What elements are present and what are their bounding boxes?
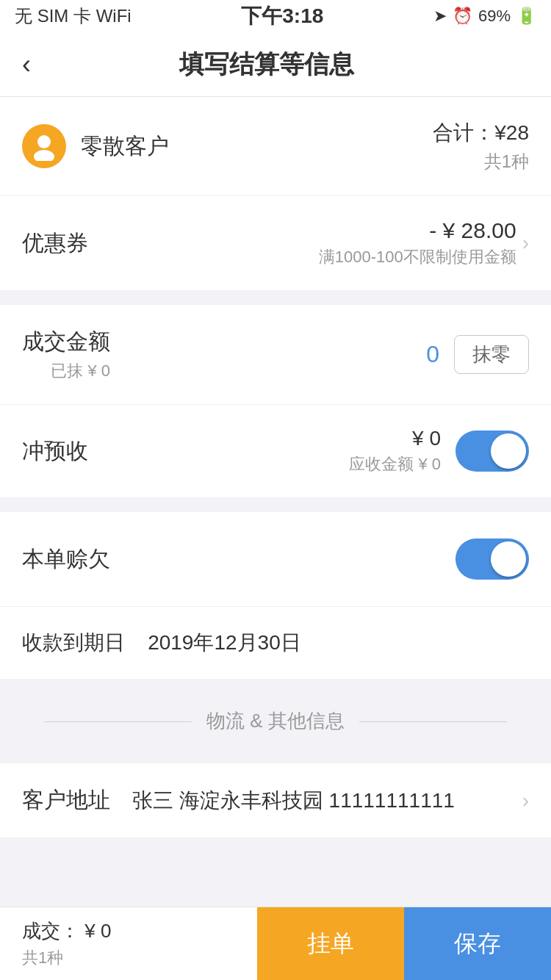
address-label: 客户地址 xyxy=(22,785,110,815)
nav-bar: ‹ 填写结算等信息 xyxy=(0,32,551,97)
status-right: ➤ ⏰ 69% 🔋 xyxy=(433,7,536,26)
sim-wifi-label: 无 SIM 卡 WiFi xyxy=(15,4,132,28)
coupon-desc: 满1000-100不限制使用金额 xyxy=(319,246,516,268)
bottom-info: 成交： ¥ 0 共1种 xyxy=(0,918,257,969)
debt-section: 本单赊欠 收款到期日 2019年12月30日 xyxy=(0,512,551,679)
logistics-header: 物流 & 其他信息 xyxy=(0,693,551,749)
address-chevron-icon: › xyxy=(522,789,529,813)
back-button[interactable]: ‹ xyxy=(22,49,31,80)
debt-row: 本单赊欠 xyxy=(0,512,551,606)
status-left: 无 SIM 卡 WiFi xyxy=(15,4,132,28)
bottom-deal: 成交： ¥ 0 xyxy=(22,918,235,944)
prepay-right: ¥ 0 应收金额 ¥ 0 xyxy=(349,427,529,475)
avatar xyxy=(22,124,66,168)
save-button[interactable]: 保存 xyxy=(404,907,551,981)
main-content: 零散客户 合计：¥28 共1种 优惠券 - ¥ 28.00 满1000-100不… xyxy=(0,97,551,911)
total-amount: 合计：¥28 xyxy=(433,119,529,147)
nav-title: 填写结算等信息 xyxy=(46,48,488,82)
due-date-label: 收款到期日 2019年12月30日 xyxy=(22,631,301,654)
transaction-left: 成交金额 已抹 ¥ 0 xyxy=(22,327,110,382)
transaction-row: 成交金额 已抹 ¥ 0 0 抹零 xyxy=(0,305,551,405)
transaction-value-wrap: 0 xyxy=(426,341,439,368)
debt-label: 本单赊欠 xyxy=(22,544,110,574)
logistics-label-wrap: 物流 & 其他信息 xyxy=(192,708,359,734)
coupon-right: - ¥ 28.00 满1000-100不限制使用金额 › xyxy=(319,218,529,268)
debt-toggle-knob xyxy=(491,541,526,577)
status-time: 下午3:18 xyxy=(241,2,323,30)
alarm-icon: ⏰ xyxy=(453,7,472,26)
round-off-button[interactable]: 抹零 xyxy=(454,335,529,374)
debt-toggle[interactable] xyxy=(455,538,529,580)
bottom-deal-amount: ¥ 0 xyxy=(84,920,111,942)
prepay-label: 冲预收 xyxy=(22,436,88,466)
due-date-key: 收款到期日 xyxy=(22,631,125,654)
address-row[interactable]: 客户地址 张三 海淀永丰科技园 11111111111 › xyxy=(0,763,551,837)
coupon-amount: - ¥ 28.00 xyxy=(319,218,516,243)
due-date-value: 2019年12月30日 xyxy=(148,631,301,654)
bottom-count: 共1种 xyxy=(22,947,235,969)
transaction-right: 0 抹零 xyxy=(426,335,529,374)
svg-point-1 xyxy=(34,150,54,161)
toggle-knob xyxy=(491,433,526,469)
prepay-toggle[interactable] xyxy=(455,430,529,472)
transaction-label: 成交金额 xyxy=(22,329,110,353)
chevron-right-icon: › xyxy=(522,231,529,255)
status-bar: 无 SIM 卡 WiFi 下午3:18 ➤ ⏰ 69% 🔋 xyxy=(0,0,551,32)
transaction-section: 成交金额 已抹 ¥ 0 0 抹零 冲预收 ¥ 0 应收金额 ¥ 0 xyxy=(0,305,551,497)
customer-right: 合计：¥28 共1种 xyxy=(433,119,529,173)
coupon-row[interactable]: 优惠券 - ¥ 28.00 满1000-100不限制使用金额 › xyxy=(0,195,551,290)
battery-label: 69% xyxy=(478,7,511,26)
customer-left: 零散客户 xyxy=(22,124,169,168)
transaction-sub: 已抹 ¥ 0 xyxy=(22,360,110,382)
customer-section: 零散客户 合计：¥28 共1种 优惠券 - ¥ 28.00 满1000-100不… xyxy=(0,97,551,290)
prepay-sub: 应收金额 ¥ 0 xyxy=(349,453,441,475)
prepay-row: 冲预收 ¥ 0 应收金额 ¥ 0 xyxy=(0,405,551,497)
due-date-row: 收款到期日 2019年12月30日 xyxy=(0,606,551,679)
bottom-deal-label: 成交： xyxy=(22,920,79,942)
total-count: 共1种 xyxy=(433,150,529,173)
hang-button[interactable]: 挂单 xyxy=(257,907,404,981)
transaction-value: 0 xyxy=(426,341,439,367)
prepay-amount: ¥ 0 xyxy=(349,427,441,450)
battery-icon: 🔋 xyxy=(516,7,536,26)
address-value: 张三 海淀永丰科技园 11111111111 xyxy=(132,787,522,815)
coupon-info: - ¥ 28.00 满1000-100不限制使用金额 xyxy=(319,218,516,268)
customer-row: 零散客户 合计：¥28 共1种 xyxy=(0,97,551,195)
svg-point-0 xyxy=(37,135,51,148)
coupon-label: 优惠券 xyxy=(22,228,88,259)
bottom-bar: 成交： ¥ 0 共1种 挂单 保存 xyxy=(0,907,551,980)
user-icon xyxy=(29,131,59,161)
logistics-section-label: 物流 & 其他信息 xyxy=(206,710,345,732)
customer-name: 零散客户 xyxy=(81,131,169,162)
address-section: 客户地址 张三 海淀永丰科技园 11111111111 › xyxy=(0,763,551,837)
location-icon: ➤ xyxy=(433,7,447,26)
prepay-info: ¥ 0 应收金额 ¥ 0 xyxy=(349,427,441,475)
